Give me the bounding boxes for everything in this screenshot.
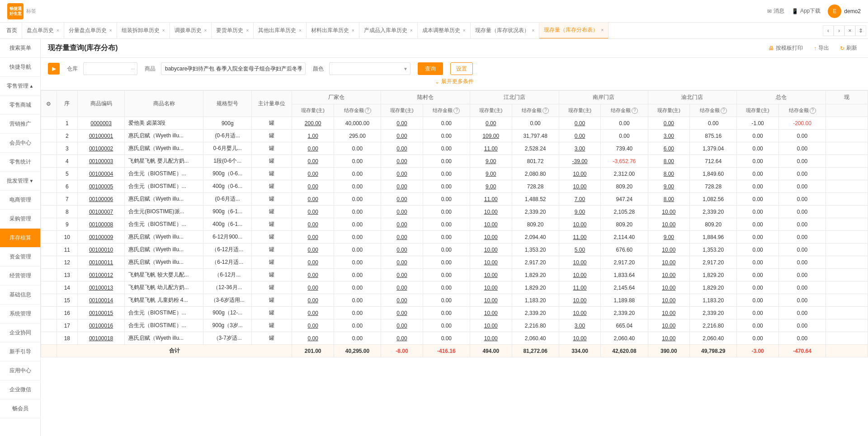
sidebar-item-finance[interactable]: 资金管理	[0, 248, 40, 267]
cell-yubei-qty[interactable]: 10.00	[648, 206, 690, 218]
cell-jiangbei-qty[interactable]: 10.00	[470, 294, 512, 307]
cell-lvcun-qty[interactable]: 0.00	[381, 117, 423, 130]
cell-nanan-qty[interactable]: 11.00	[559, 231, 601, 244]
sidebar-item-member2[interactable]: 畅会员	[0, 399, 40, 418]
cell-yubei-qty[interactable]: 9.00	[648, 180, 690, 193]
cell-code[interactable]: 0000003	[78, 117, 125, 130]
sidebar-item-quick-nav[interactable]: 快捷导航	[0, 58, 40, 77]
color-input[interactable]	[329, 62, 410, 75]
sidebar-item-retail-mgmt[interactable]: 零售管理 ▲	[0, 77, 40, 96]
cell-code[interactable]: 00100015	[78, 307, 125, 319]
cell-code[interactable]: 00100010	[78, 244, 125, 256]
cell-code[interactable]: 00100006	[78, 193, 125, 206]
cell-lvcun-qty[interactable]: 0.00	[381, 218, 423, 231]
cell-yubei-qty[interactable]: 3.00	[648, 130, 690, 142]
cell-code[interactable]: 00100004	[78, 168, 125, 180]
cell-nanan-qty[interactable]: 3.00	[559, 319, 601, 332]
cell-code[interactable]: 00100016	[78, 319, 125, 332]
cell-jiangbei-qty[interactable]: 9.00	[470, 180, 512, 193]
cell-jiangbei-qty[interactable]: 0.00	[470, 117, 512, 130]
setting-btn[interactable]: 设置	[450, 62, 473, 75]
tab-finished-inbound[interactable]: 产成品入库单历史 ×	[359, 23, 418, 39]
cell-nanan-qty[interactable]: 10.00	[559, 307, 601, 319]
sidebar-item-purchase[interactable]: 采购管理	[0, 210, 40, 229]
cell-yubei-qty[interactable]: 8.00	[648, 155, 690, 168]
cell-code[interactable]: 00100005	[78, 180, 125, 193]
messages-btn[interactable]: ✉ 消息	[767, 7, 784, 15]
nav-prev[interactable]: ‹	[823, 25, 834, 36]
tab-inventory-status[interactable]: 现存量（库存状况表） ×	[471, 23, 540, 39]
cell-factory-qty[interactable]: 0.00	[292, 319, 334, 332]
tab-material-outbound[interactable]: 材料出库单历史 ×	[307, 23, 359, 39]
cell-nanan-qty[interactable]: 0.00	[559, 117, 601, 130]
goods-input[interactable]	[161, 62, 306, 75]
cell-nanan-qty[interactable]: 5.00	[559, 244, 601, 256]
tab-requisition[interactable]: 要货单历史 ×	[212, 23, 254, 39]
query-btn[interactable]: 查询	[418, 62, 443, 75]
expand-more-btn[interactable]: ⌄ 展开更多条件	[48, 78, 861, 85]
warehouse-input[interactable]	[83, 62, 137, 75]
cell-jiangbei-qty[interactable]: 109.00	[470, 130, 512, 142]
cell-yubei-qty[interactable]: 10.00	[648, 294, 690, 307]
tab-sub-inventory[interactable]: 分量盘点单历史 ×	[64, 23, 117, 39]
cell-code[interactable]: 00100013	[78, 281, 125, 294]
cell-code[interactable]: 00100002	[78, 142, 125, 155]
sidebar-item-wholesale[interactable]: 批发管理 ▼	[0, 172, 40, 191]
cell-jiangbei-qty[interactable]: 10.00	[470, 332, 512, 345]
cell-factory-qty[interactable]: 0.00	[292, 180, 334, 193]
refresh-btn[interactable]: ↻ 刷新	[836, 42, 861, 54]
nanan-amt-info-icon[interactable]: ?	[632, 108, 638, 114]
sidebar-item-inventory[interactable]: 库存核算	[0, 229, 40, 248]
app-download-btn[interactable]: 📱 App下载	[792, 7, 821, 15]
cell-lvcun-qty[interactable]: 0.00	[381, 319, 423, 332]
cell-code[interactable]: 00100012	[78, 269, 125, 281]
user-area[interactable]: E demo2	[828, 5, 861, 18]
cell-lvcun-qty[interactable]: 0.00	[381, 281, 423, 294]
search-expand-btn[interactable]: ▶	[48, 63, 60, 75]
sidebar-item-retail-mall[interactable]: 零售商城	[0, 96, 40, 115]
cell-jiangbei-qty[interactable]: 10.00	[470, 206, 512, 218]
cell-nanan-qty[interactable]: 10.00	[559, 256, 601, 269]
th-gear[interactable]: ⚙	[41, 91, 57, 117]
cell-yubei-qty[interactable]: 10.00	[648, 269, 690, 281]
cell-nanan-qty[interactable]: 10.00	[559, 294, 601, 307]
cell-nanan-qty[interactable]: 10.00	[559, 269, 601, 281]
tab-transfer[interactable]: 调拨单历史 ×	[170, 23, 212, 39]
cell-factory-qty[interactable]: 0.00	[292, 244, 334, 256]
cell-nanan-qty[interactable]: -39.00	[559, 155, 601, 168]
factory-amt-info-icon[interactable]: ?	[365, 108, 371, 114]
cell-nanan-qty[interactable]: 0.00	[559, 130, 601, 142]
cell-jiangbei-qty[interactable]: 10.00	[470, 256, 512, 269]
cell-lvcun-qty[interactable]: 0.00	[381, 180, 423, 193]
cell-lvcun-qty[interactable]: 0.00	[381, 193, 423, 206]
cell-factory-qty[interactable]: 0.00	[292, 332, 334, 345]
cell-lvcun-qty[interactable]: 0.00	[381, 231, 423, 244]
cell-factory-qty[interactable]: 0.00	[292, 256, 334, 269]
sidebar-item-apps[interactable]: 应用中心	[0, 361, 40, 380]
cell-factory-qty[interactable]: 1.00	[292, 130, 334, 142]
cell-nanan-qty[interactable]: 10.00	[559, 332, 601, 345]
cell-factory-qty[interactable]: 0.00	[292, 155, 334, 168]
tab-inventory-check[interactable]: 盘点单历史 ×	[22, 23, 64, 39]
print-btn[interactable]: 🖶 按模板打印	[765, 42, 807, 54]
cell-jiangbei-qty[interactable]: 10.00	[470, 269, 512, 281]
sidebar-item-marketing[interactable]: 营销推广	[0, 115, 40, 134]
tab-other-outbound[interactable]: 其他出库单历史 ×	[254, 23, 307, 39]
cell-jiangbei-qty[interactable]: 10.00	[470, 218, 512, 231]
cell-jiangbei-qty[interactable]: 10.00	[470, 244, 512, 256]
cell-nanan-qty[interactable]: 10.00	[559, 180, 601, 193]
sidebar-item-enterprise[interactable]: 企业协同	[0, 323, 40, 342]
cell-lvcun-qty[interactable]: 0.00	[381, 206, 423, 218]
cell-yubei-qty[interactable]: 8.00	[648, 168, 690, 180]
cell-yubei-qty[interactable]: 10.00	[648, 244, 690, 256]
jiangbei-amt-info-icon[interactable]: ?	[542, 108, 549, 114]
cell-lvcun-qty[interactable]: 0.00	[381, 269, 423, 281]
cell-lvcun-qty[interactable]: 0.00	[381, 332, 423, 345]
cell-jiangbei-qty[interactable]: 11.00	[470, 142, 512, 155]
cell-yubei-qty[interactable]: 10.00	[648, 256, 690, 269]
cell-yubei-qty[interactable]: 9.00	[648, 231, 690, 244]
sidebar-item-member[interactable]: 会员中心	[0, 134, 40, 153]
total-amt-info-icon[interactable]: ?	[810, 108, 816, 114]
tab-inventory-distribution[interactable]: 现存量（库存分布表） ×	[539, 23, 609, 39]
cell-yubei-qty[interactable]: 10.00	[648, 332, 690, 345]
